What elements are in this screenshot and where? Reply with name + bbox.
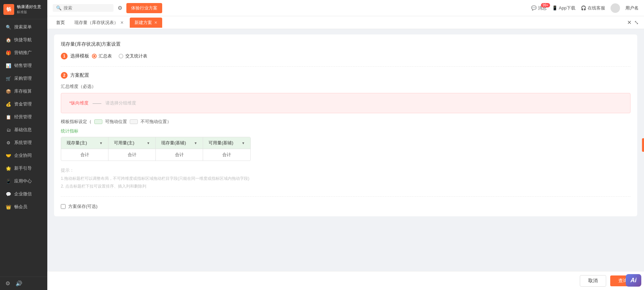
sidebar-item-purchase[interactable]: 🛒 采购管理 — [0, 72, 47, 85]
gear-icon[interactable]: ⚙ — [118, 5, 122, 11]
cooperation-icon: 🤝 — [5, 152, 11, 159]
sidebar-item-label: 营销推广 — [14, 50, 32, 56]
sidebar-bottom: ⚙ 🔊 — [0, 276, 47, 290]
online-service-button[interactable]: 🎧 在线客服 — [581, 5, 605, 11]
sidebar-item-label: 系统管理 — [14, 140, 32, 146]
search-box[interactable]: 🔍 — [53, 4, 114, 12]
sidebar-item-marketing[interactable]: 🎁 营销推广 — [0, 46, 47, 59]
tab-new-plan-close[interactable]: ✕ — [154, 20, 157, 25]
radio-summary-label: 汇总表 — [99, 53, 112, 59]
app-download-button[interactable]: 📱 App下载 — [552, 5, 575, 11]
sidebar-item-quicknav[interactable]: 🏠 快捷导航 — [0, 33, 47, 46]
app-name: 畅康通好生意 — [17, 4, 41, 10]
close-window-icon[interactable]: ✕ — [627, 19, 631, 26]
cell-0-2: 合计 — [156, 149, 203, 161]
apps-icon: 📱 — [5, 178, 11, 184]
cancel-button[interactable]: 取消 — [580, 275, 606, 287]
finance-icon: 💰 — [5, 101, 11, 107]
step1-num: 1 — [61, 53, 68, 59]
topbar-right: 💬 消息 99+ 📱 App下载 🎧 在线客服 用户名 — [531, 3, 639, 13]
trial-button[interactable]: 体验行业方案 — [126, 3, 162, 13]
sidebar-item-apps[interactable]: 📱 应用中心 — [0, 175, 47, 188]
avatar[interactable] — [611, 3, 620, 13]
divider-2 — [61, 196, 630, 197]
tab-inventory-status[interactable]: 现存量（库存状况表） ✕ — [70, 18, 128, 28]
expand-window-icon[interactable]: ⤡ — [634, 19, 639, 26]
stats-table-row-0: 合计 合计 合计 合计 — [61, 149, 250, 161]
header-cell-0[interactable]: 现存量(主) ▼ — [61, 137, 108, 149]
sidebar-item-label: 企业协同 — [14, 152, 32, 159]
inventory-icon: 📦 — [5, 88, 11, 94]
quicknav-icon: 🏠 — [5, 37, 11, 43]
radio-cross[interactable]: 交叉统计表 — [119, 53, 147, 59]
sidebar-item-finance[interactable]: 💰 资金管理 — [0, 98, 47, 111]
panel-title: 现存量(库存状况表)方案设置 — [61, 41, 630, 47]
dimension-label: 汇总维度（必选） — [61, 83, 630, 90]
volume-icon[interactable]: 🔊 — [16, 280, 22, 287]
step1-header: 1 选择模板 汇总表 交叉统计表 — [61, 53, 630, 59]
settings-icon[interactable]: ⚙ — [5, 280, 10, 287]
tab-inventory-close[interactable]: ✕ — [120, 20, 124, 25]
tip-0: 1.拖动标题栏可以调整布局，不可跨维度或指标区域拖动栏目字段(只能在同一维度或指… — [61, 175, 630, 182]
chevron-3: ▼ — [242, 141, 245, 145]
sidebar-item-inventory[interactable]: 📦 库存核算 — [0, 85, 47, 98]
sidebar-item-label: 快捷导航 — [14, 37, 32, 43]
cell-0-3: 合计 — [203, 149, 250, 161]
management-icon: 📋 — [5, 114, 11, 120]
step2-section: 2 方案配置 汇总维度（必选） *纵向维度 —— 请选择分组维度 模板指标设定（… — [61, 72, 630, 190]
header-cell-1[interactable]: 可用量(主) ▼ — [108, 137, 156, 149]
tips-title: 提示： — [61, 167, 630, 173]
save-row: 方案保存(可选) — [61, 203, 630, 210]
sidebar-item-newbie[interactable]: 🌟 新手引导 — [0, 162, 47, 175]
basic-icon: 🗂 — [5, 127, 11, 133]
save-checkbox[interactable] — [61, 204, 66, 209]
sidebar-item-system[interactable]: ⚙ 系统管理 — [0, 136, 47, 149]
draggable-label: 可拖动位置 — [105, 119, 127, 125]
template-radio-group: 汇总表 交叉统计表 — [92, 53, 147, 59]
tab-inventory-label: 现存量（库存状况表） — [74, 20, 118, 26]
header-label-0: 现存量(主) — [67, 140, 87, 146]
sales-icon: 📊 — [5, 63, 11, 69]
sidebar-item-basic[interactable]: 🗂 基础信息 — [0, 123, 47, 136]
sidebar-menu: 🔍 搜索菜单 🏠 快捷导航 🎁 营销推广 📊 销售管理 🛒 采购管理 📦 库存核… — [0, 19, 47, 276]
sidebar-item-cooperation[interactable]: 🤝 企业协同 — [0, 149, 47, 162]
sidebar-item-sales[interactable]: 📊 销售管理 — [0, 59, 47, 72]
indicators-label: 模板指标设定（ 可拖动位置 不可拖动位置） — [61, 119, 630, 125]
divider-1 — [61, 66, 630, 67]
header-label-2: 现存量(基辅) — [161, 140, 186, 146]
sidebar-item-label: 企业微信 — [14, 191, 32, 197]
newbie-icon: 🌟 — [5, 165, 11, 171]
dimension-required-area[interactable]: *纵向维度 —— 请选择分组维度 — [61, 93, 630, 113]
sidebar-item-member[interactable]: 👑 畅会员 — [0, 200, 47, 213]
sidebar-item-label: 基础信息 — [14, 127, 32, 133]
sidebar-item-wechat[interactable]: 💬 企业微信 — [0, 188, 47, 200]
app-edition: 标准版 — [17, 10, 41, 15]
bottom-bar: 取消 查询 — [47, 271, 644, 290]
radio-summary[interactable]: 汇总表 — [92, 53, 112, 59]
radio-cross-circle — [119, 54, 123, 58]
sidebar-item-label: 资金管理 — [14, 101, 32, 107]
radio-cross-label: 交叉统计表 — [125, 53, 147, 59]
stats-table-header: 现存量(主) ▼ 可用量(主) ▼ 现存量(基辅) ▼ 可用量(基辅) — [61, 137, 250, 149]
step2-num: 2 — [61, 72, 68, 79]
tab-new-plan[interactable]: 新建方案 ✕ — [130, 18, 162, 28]
header-cell-3[interactable]: 可用量(基辅) ▼ — [203, 137, 250, 149]
sidebar-item-search[interactable]: 🔍 搜索菜单 — [0, 21, 47, 33]
wechat-icon: 💬 — [5, 191, 11, 197]
logo-icon: 畅 — [3, 4, 14, 15]
sidebar-item-label: 销售管理 — [14, 63, 32, 69]
content-area: 现存量(库存状况表)方案设置 1 选择模板 汇总表 交叉统计表 — [47, 29, 644, 271]
marketing-icon: 🎁 — [5, 50, 11, 56]
resize-handle[interactable] — [642, 138, 644, 152]
indicators-label-prefix: 模板指标设定（ — [61, 119, 92, 125]
tab-home[interactable]: 首页 — [53, 18, 68, 28]
system-icon: ⚙ — [5, 140, 11, 146]
window-controls: ✕ ⤡ — [627, 19, 639, 26]
header-cell-2[interactable]: 现存量(基辅) ▼ — [156, 137, 203, 149]
sidebar-item-management[interactable]: 📋 经营管理 — [0, 111, 47, 123]
ai-badge[interactable]: Ai — [626, 274, 641, 287]
dimension-required-text: *纵向维度 — [69, 100, 89, 106]
messages-button[interactable]: 💬 消息 99+ — [531, 5, 547, 11]
search-input[interactable] — [64, 5, 104, 10]
draggable-dot — [94, 119, 102, 124]
